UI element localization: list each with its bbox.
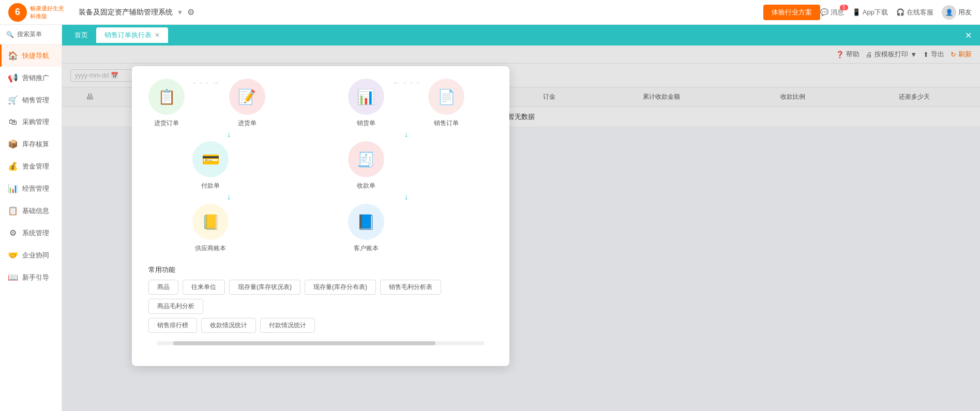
sidebar: 🔍 搜索菜单 🏠 快捷导航 📢 营销推广 🛒 销售管理 🛍 (0, 25, 62, 411)
message-button[interactable]: 💬 消息 5 (820, 8, 844, 17)
home-icon: 🏠 (8, 51, 18, 60)
receipt-label: 收款单 (357, 181, 375, 190)
sidebar-item-label: 采购管理 (22, 117, 49, 127)
arrow-from-sales-order (393, 79, 420, 101)
supplier-row: 📒 供应商账本 (148, 204, 265, 253)
customer-icon: 📘 (357, 214, 375, 231)
supplier-icon: 📒 (202, 214, 220, 231)
sidebar-item-operations[interactable]: 📊 经营管理 (0, 177, 62, 200)
func-btn-inventory-status[interactable]: 现存量(库存状况表) (229, 280, 300, 295)
sidebar-item-system[interactable]: ⚙ 系统管理 (0, 222, 62, 244)
sales-order-circle: 📄 (428, 79, 464, 115)
modal-box: 📋 进货订单 📝 (132, 66, 509, 366)
sidebar-item-label: 营销推广 (22, 73, 49, 83)
function-buttons: 商品 往来单位 现存量(库存状况表) 现存量(库存分布表) 销售毛利分析表 商品… (148, 280, 493, 314)
purchase-slip-node[interactable]: 📝 进货单 (229, 79, 265, 128)
logo-text: 畅康通好生意 标推版 (30, 5, 64, 20)
avatar: 👤 (942, 5, 956, 20)
arrow-down-4: ↓ (348, 190, 465, 204)
supplier-circle: 📒 (192, 204, 229, 240)
operations-icon: 📊 (8, 184, 18, 193)
main-layout: 🔍 搜索菜单 🏠 快捷导航 📢 营销推广 🛒 销售管理 🛍 (0, 25, 980, 411)
online-service-button[interactable]: 🎧 在线客服 (896, 8, 933, 17)
finance-icon: 💰 (8, 161, 18, 171)
sidebar-item-label: 企业协同 (22, 251, 49, 260)
tab-close-icon[interactable]: ✕ (155, 32, 160, 39)
func-btn-product-gross-analysis[interactable]: 商品毛利分析 (148, 299, 203, 314)
sidebar-item-label: 新手引导 (22, 273, 49, 282)
arrow-down-2: ↓ (148, 190, 265, 204)
func-btn-sales-gross-analysis[interactable]: 销售毛利分析表 (380, 280, 441, 295)
sidebar-item-label: 资金管理 (22, 162, 49, 171)
service-icon: 🎧 (896, 8, 904, 16)
function-buttons-row2: 销售排行榜 收款情况统计 付款情况统计 (148, 318, 493, 333)
sales-slip-node[interactable]: 📊 销货单 (348, 79, 384, 128)
supplier-label: 供应商账本 (195, 244, 226, 253)
content-area: 首页 销售订单执行表 ✕ ✕ ❓ 帮助 🖨 (62, 25, 980, 411)
top-bar: 6 畅康通好生意 标推版 装备及固定资产辅助管理系统 ▼ ⚙ 体验行业方案 💬 … (0, 0, 980, 25)
func-btn-receipt-stats[interactable]: 收款情况统计 (201, 318, 256, 333)
receipt-node[interactable]: 🧾 收款单 (348, 141, 384, 190)
top-flow-row: 📋 进货订单 📝 (148, 79, 265, 128)
sidebar-item-enterprise[interactable]: 🤝 企业协同 (0, 244, 62, 266)
receipt-icon: 🧾 (357, 151, 375, 168)
func-btn-inventory-distribution[interactable]: 现存量(库存分布表) (305, 280, 376, 295)
tab-home[interactable]: 首页 (66, 27, 96, 43)
download-icon: 📱 (852, 8, 861, 16)
purchase-order-label: 进货订单 (154, 119, 179, 128)
flow-spacer (296, 79, 317, 253)
modal-scrollbar-thumb[interactable] (173, 341, 435, 345)
payment-row: 💳 付款单 (148, 141, 265, 190)
sidebar-item-label: 基础信息 (22, 206, 49, 216)
sidebar-nav: 🏠 快捷导航 📢 营销推广 🛒 销售管理 🛍 采购管理 📦 库存核 (0, 44, 62, 411)
message-icon: 💬 (820, 8, 828, 16)
sales-order-node[interactable]: 📄 销售订单 (428, 79, 464, 128)
enterprise-icon: 🤝 (8, 250, 18, 260)
user-menu[interactable]: 👤 用友 (942, 5, 972, 20)
sales-top-row: 📊 销货单 📄 (348, 79, 465, 128)
purchase-order-icon: 📋 (158, 88, 176, 105)
basic-info-icon: 📋 (8, 206, 18, 216)
customer-node[interactable]: 📘 客户账本 (348, 204, 384, 253)
func-btn-counterpart[interactable]: 往来单位 (183, 280, 225, 295)
supplier-node[interactable]: 📒 供应商账本 (192, 204, 229, 253)
settings-icon[interactable]: ⚙ (187, 7, 194, 17)
purchase-order-node[interactable]: 📋 进货订单 (148, 79, 185, 128)
inventory-icon: 📦 (8, 139, 18, 149)
sales-slip-circle: 📊 (348, 79, 384, 115)
logo-icon: 6 (8, 3, 27, 22)
system-name: 装备及固定资产辅助管理系统 (79, 8, 173, 17)
common-functions-title: 常用功能 (148, 265, 493, 275)
sidebar-item-finance[interactable]: 💰 资金管理 (0, 155, 62, 177)
sidebar-item-guide[interactable]: 📖 新手引导 (0, 266, 62, 288)
flow-diagram: 📋 进货订单 📝 (148, 79, 493, 253)
system-title: 装备及固定资产辅助管理系统 ▼ ⚙ (79, 7, 763, 17)
search-menu-button[interactable]: 🔍 搜索菜单 (0, 25, 62, 44)
trial-button[interactable]: 体验行业方案 (763, 5, 820, 20)
sidebar-item-sales[interactable]: 🛒 销售管理 (0, 89, 62, 111)
sidebar-item-quick-guide[interactable]: 🏠 快捷导航 (0, 44, 62, 67)
close-all-tabs-icon[interactable]: ✕ (961, 31, 976, 40)
app-download-button[interactable]: 📱 App下载 (852, 8, 888, 17)
sidebar-item-purchase[interactable]: 🛍 采购管理 (0, 111, 62, 133)
customer-row: 📘 客户账本 (348, 204, 465, 253)
tab-sales-order-exec[interactable]: 销售订单执行表 ✕ (96, 27, 168, 43)
receipt-row: 🧾 收款单 (348, 141, 465, 190)
func-btn-product[interactable]: 商品 (148, 280, 178, 295)
sidebar-item-inventory[interactable]: 📦 库存核算 (0, 133, 62, 155)
func-btn-payment-stats[interactable]: 付款情况统计 (260, 318, 315, 333)
payment-icon: 💳 (202, 151, 220, 168)
message-badge: 5 (840, 5, 848, 10)
page-content: ❓ 帮助 🖨 按模板打印 ▼ ⬆ 导出 ↻ 刷新 (62, 45, 980, 411)
sales-order-label: 销售订单 (434, 119, 459, 128)
sidebar-item-marketing[interactable]: 📢 营销推广 (0, 67, 62, 89)
modal-scrollbar (157, 341, 485, 345)
sales-slip-icon: 📊 (357, 88, 375, 105)
modal-overlay: 📋 进货订单 📝 (62, 45, 980, 411)
sidebar-item-basic-info[interactable]: 📋 基础信息 (0, 200, 62, 222)
sales-order-icon: 📄 (438, 88, 456, 105)
payment-node[interactable]: 💳 付款单 (192, 141, 229, 190)
modal-scroll[interactable] (148, 333, 493, 354)
func-btn-sales-ranking[interactable]: 销售排行榜 (148, 318, 197, 333)
dropdown-arrow-icon[interactable]: ▼ (177, 9, 183, 16)
